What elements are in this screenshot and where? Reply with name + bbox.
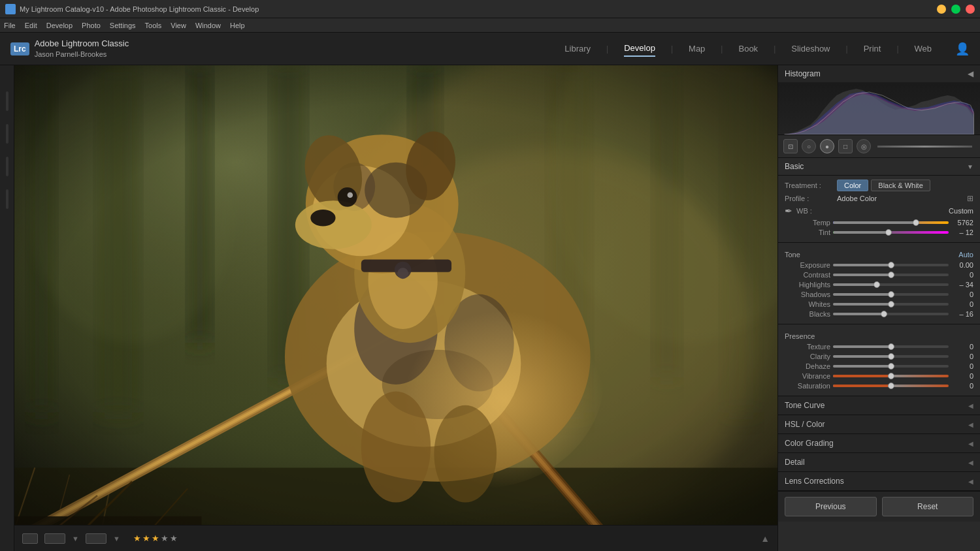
star-4[interactable]: ★ [161, 533, 169, 543]
histogram-arrow[interactable]: ◀ [968, 69, 973, 78]
contrast-slider[interactable] [833, 274, 949, 276]
profile-grid-icon[interactable]: ⊞ [967, 194, 973, 203]
vibrance-slider[interactable] [833, 375, 949, 377]
treatment-section: Treatment : Color Black & White Profile … [778, 176, 980, 243]
spot-removal-tool[interactable]: ○ [802, 139, 816, 153]
close-button[interactable]: × [966, 5, 975, 14]
tone-slider-display [877, 146, 972, 148]
filmstrip-grid-icon[interactable] [44, 533, 65, 544]
nav-slideshow[interactable]: Slideshow [791, 41, 830, 56]
maximize-button[interactable]: □ [951, 5, 960, 14]
star-5[interactable]: ★ [170, 533, 178, 543]
red-eye-tool[interactable]: ● [820, 139, 834, 153]
blacks-slider[interactable] [833, 313, 949, 315]
whites-slider[interactable] [833, 303, 949, 306]
color-grading-section[interactable]: Color Grading ◀ [778, 434, 980, 453]
tone-auto[interactable]: Auto [958, 251, 973, 259]
nav-print[interactable]: Print [864, 41, 881, 56]
strip-indicator-4 [6, 189, 8, 209]
tone-curve-title: Tone Curve [785, 401, 825, 410]
tint-slider[interactable] [833, 231, 949, 234]
bw-treatment-btn[interactable]: Black & White [871, 180, 930, 191]
shadows-thumb[interactable] [888, 291, 894, 298]
texture-thumb[interactable] [888, 343, 894, 350]
menu-help[interactable]: Help [230, 22, 245, 29]
filmstrip-expand[interactable]: ▲ [760, 533, 770, 544]
star-3[interactable]: ★ [152, 533, 159, 543]
menu-window[interactable]: Window [195, 22, 221, 29]
filmstrip-separator: ▼ [72, 535, 79, 543]
clarity-slider[interactable] [833, 355, 949, 358]
strip-indicator-1 [6, 91, 8, 111]
whites-value: 0 [951, 300, 973, 308]
temp-thumb[interactable] [913, 219, 919, 226]
graduated-filter-tool[interactable]: □ [838, 139, 853, 153]
saturation-slider[interactable] [833, 385, 949, 387]
tint-thumb[interactable] [885, 229, 892, 236]
hsl-color-title: HSL / Color [785, 420, 825, 429]
highlights-slider[interactable] [833, 283, 949, 286]
clarity-label: Clarity [785, 353, 830, 360]
filmstrip-info-arrow: ▼ [113, 535, 120, 543]
menu-photo[interactable]: Photo [82, 22, 101, 29]
hsl-color-section[interactable]: HSL / Color ◀ [778, 415, 980, 434]
menu-view[interactable]: View [171, 22, 186, 29]
wb-eyedropper[interactable]: ✒ [785, 206, 792, 216]
wb-value[interactable]: Custom [949, 207, 973, 215]
temp-slider[interactable] [833, 221, 949, 224]
exposure-thumb[interactable] [888, 262, 894, 268]
texture-slider[interactable] [833, 345, 949, 348]
presence-section: Presence Texture 0 Clarity 0 [778, 324, 980, 396]
lens-corrections-arrow: ◀ [968, 478, 973, 485]
blacks-row: Blacks – 16 [785, 310, 973, 318]
bottom-actions: Previous Reset [778, 491, 980, 522]
user-icon[interactable]: 👤 [955, 42, 970, 56]
exposure-fill [833, 264, 891, 266]
clarity-thumb[interactable] [888, 353, 894, 360]
menu-edit[interactable]: Edit [25, 22, 37, 29]
tone-curve-section[interactable]: Tone Curve ◀ [778, 396, 980, 415]
color-treatment-btn[interactable]: Color [837, 180, 868, 191]
temp-value: 5762 [951, 219, 973, 227]
temp-slider-row: Temp 5762 [785, 219, 973, 227]
menu-file[interactable]: File [4, 22, 16, 29]
shadows-slider[interactable] [833, 293, 949, 296]
temp-label: Temp [785, 219, 830, 227]
nav-map[interactable]: Map [689, 41, 705, 56]
filmstrip-info-icon[interactable] [86, 533, 106, 544]
star-2[interactable]: ★ [142, 533, 150, 543]
menu-tools[interactable]: Tools [145, 22, 162, 29]
basic-panel-header[interactable]: Basic ▼ [778, 158, 980, 176]
nav-book[interactable]: Book [738, 41, 758, 56]
detail-section[interactable]: Detail ◀ [778, 453, 980, 472]
lens-corrections-section[interactable]: Lens Corrections ◀ [778, 472, 980, 491]
exposure-label: Exposure [785, 261, 830, 269]
histogram-header: Histogram ◀ [778, 65, 980, 82]
whites-thumb[interactable] [888, 301, 894, 307]
tool-row: ⊡ ○ ● □ ◎ [778, 135, 980, 158]
dehaze-value: 0 [951, 362, 973, 370]
blacks-thumb[interactable] [881, 311, 887, 317]
filmstrip-view-icon[interactable] [22, 533, 38, 544]
exposure-slider[interactable] [833, 264, 949, 266]
dehaze-thumb[interactable] [888, 363, 894, 370]
menu-develop[interactable]: Develop [46, 22, 73, 29]
previous-button[interactable]: Previous [785, 497, 877, 516]
menu-settings[interactable]: Settings [110, 22, 136, 29]
radial-filter-tool[interactable]: ◎ [857, 139, 871, 153]
star-1[interactable]: ★ [133, 533, 141, 543]
dehaze-slider[interactable] [833, 365, 949, 368]
nav-develop[interactable]: Develop [624, 40, 655, 57]
crop-tool[interactable]: ⊡ [783, 139, 798, 153]
nav-library[interactable]: Library [564, 41, 591, 56]
profile-value[interactable]: Adobe Color [837, 195, 967, 202]
contrast-thumb[interactable] [888, 272, 894, 278]
highlights-thumb[interactable] [874, 281, 880, 288]
vibrance-thumb[interactable] [888, 373, 894, 379]
nav-web[interactable]: Web [915, 41, 932, 56]
reset-button[interactable]: Reset [882, 497, 974, 516]
detail-title: Detail [785, 458, 805, 467]
vibrance-row: Vibrance 0 [785, 372, 973, 380]
saturation-thumb[interactable] [888, 383, 894, 389]
minimize-button[interactable]: − [937, 5, 946, 14]
